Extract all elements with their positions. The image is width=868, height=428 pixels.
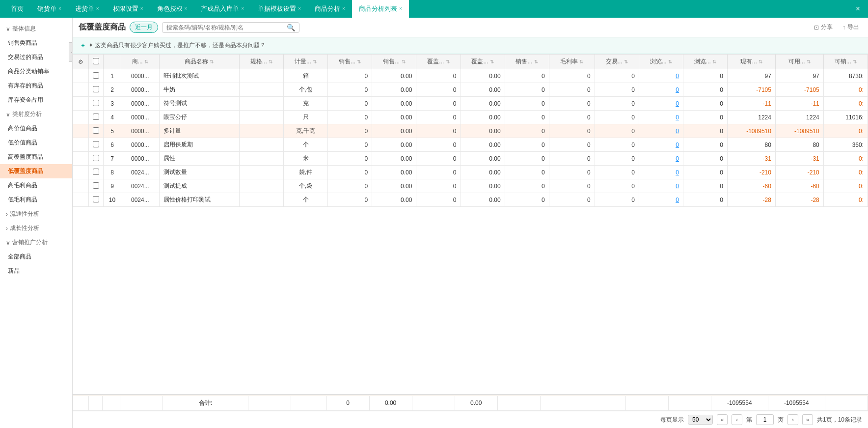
row-checkbox[interactable] <box>89 97 104 111</box>
sidebar-item-high-coverage[interactable]: 高覆盖度商品 <box>0 150 72 164</box>
row-settings <box>73 166 89 179</box>
close-icon[interactable]: × <box>399 0 402 18</box>
sidebar-item-high-value[interactable]: 高价值商品 <box>0 121 72 136</box>
col-browse2[interactable]: 浏览... ⇅ <box>683 55 727 69</box>
tab-product-analysis[interactable]: 商品分析 × <box>308 0 352 18</box>
col-browse1[interactable]: 浏览... ⇅ <box>639 55 683 69</box>
per-page-select[interactable]: 50 100 200 <box>688 415 713 425</box>
row-browse1[interactable]: 0 <box>639 111 683 124</box>
row-checkbox[interactable] <box>89 193 104 207</box>
row-checkbox[interactable] <box>89 111 104 124</box>
row-browse1[interactable]: 0 <box>639 83 683 97</box>
col-trade[interactable]: 交易... ⇅ <box>595 55 639 69</box>
close-icon[interactable]: × <box>342 0 345 18</box>
table-area: ⚙ 商... ⇅ 商品名称 ⇅ 规格... ⇅ 计量... ⇅ 销售... ⇅ … <box>73 54 868 394</box>
col-sellable[interactable]: 可销... ⇅ <box>823 55 868 69</box>
col-current[interactable]: 现有... ⇅ <box>728 55 776 69</box>
row-cover1: 0 <box>416 69 461 83</box>
row-checkbox[interactable] <box>89 138 104 152</box>
row-checkbox[interactable] <box>89 179 104 193</box>
sidebar-item-all-goods[interactable]: 全部商品 <box>0 250 72 264</box>
row-checkbox[interactable] <box>89 124 104 138</box>
footer-available: -1095554 <box>768 396 825 410</box>
sidebar-item-high-margin[interactable]: 高毛利商品 <box>0 178 72 193</box>
sidebar-section-overall[interactable]: ∨ 整体信息 <box>0 22 72 36</box>
tab-sales-order[interactable]: 销货单 × <box>30 0 68 18</box>
tab-purchase-order[interactable]: 进货单 × <box>68 0 106 18</box>
row-checkbox[interactable] <box>89 69 104 83</box>
sidebar-collapse-button[interactable]: « <box>69 42 73 62</box>
row-browse1[interactable]: 0 <box>639 193 683 207</box>
share-button[interactable]: ⊡ 分享 <box>811 22 836 32</box>
col-settings[interactable]: ⚙ <box>73 55 89 69</box>
sidebar-item-sales-goods[interactable]: 销售类商品 <box>0 36 72 50</box>
col-code[interactable]: 商... ⇅ <box>121 55 160 69</box>
tab-product-entry[interactable]: 产成品入库单 × <box>194 0 251 18</box>
sidebar-item-low-coverage[interactable]: 低覆盖度商品 <box>0 164 72 178</box>
export-button[interactable]: ↑ 导出 <box>840 22 862 32</box>
time-filter-button[interactable]: 近一月 <box>130 22 158 33</box>
select-all-checkbox[interactable] <box>93 58 99 64</box>
sidebar-item-in-stock[interactable]: 有库存的商品 <box>0 79 72 93</box>
window-close-button[interactable]: × <box>852 4 864 13</box>
row-sales2: 0 <box>505 166 549 179</box>
next-page-button[interactable]: › <box>787 414 798 425</box>
sidebar-item-traded-goods[interactable]: 交易过的商品 <box>0 50 72 64</box>
row-checkbox[interactable] <box>89 83 104 97</box>
sidebar-item-low-value[interactable]: 低价值商品 <box>0 136 72 150</box>
row-browse1[interactable]: 0 <box>639 69 683 83</box>
row-sales-amt: 0.00 <box>372 124 416 138</box>
page-label: 第 <box>746 416 752 424</box>
col-sales-amt[interactable]: 销售... ⇅ <box>372 55 416 69</box>
row-spec <box>239 124 283 138</box>
row-browse1[interactable]: 0 <box>639 138 683 152</box>
row-sales-qty: 0 <box>328 166 372 179</box>
col-gross[interactable]: 毛利率 ⇅ <box>549 55 595 69</box>
row-browse1[interactable]: 0 <box>639 166 683 179</box>
col-available[interactable]: 可用... ⇅ <box>775 55 823 69</box>
col-spec[interactable]: 规格... ⇅ <box>239 55 283 69</box>
sidebar-section-circulation[interactable]: › 流通性分析 <box>0 207 72 221</box>
row-sales-amt: 0.00 <box>372 193 416 207</box>
search-icon[interactable]: 🔍 <box>287 24 295 31</box>
first-page-button[interactable]: « <box>717 414 728 425</box>
close-icon[interactable]: × <box>58 0 61 18</box>
tab-product-analysis-list[interactable]: 商品分析列表 × <box>352 0 409 18</box>
col-cover2[interactable]: 覆盖... ⇅ <box>461 55 505 69</box>
sidebar-item-category-rate[interactable]: 商品分类动销率 <box>0 64 72 79</box>
close-icon[interactable]: × <box>298 0 301 18</box>
page-number-input[interactable] <box>756 414 774 425</box>
row-browse1[interactable]: 0 <box>639 97 683 111</box>
row-browse1[interactable]: 0 <box>639 152 683 166</box>
sidebar-item-stock-fund[interactable]: 库存资金占用 <box>0 93 72 107</box>
last-page-button[interactable]: » <box>802 414 813 425</box>
close-icon[interactable]: × <box>185 0 188 18</box>
row-browse1[interactable]: 0 <box>639 124 683 138</box>
row-browse1[interactable]: 0 <box>639 179 683 193</box>
col-sales-qty[interactable]: 销售... ⇅ <box>328 55 372 69</box>
search-input[interactable] <box>166 24 287 31</box>
tab-template[interactable]: 单据模板设置 × <box>251 0 308 18</box>
sidebar-section-coverage[interactable]: ∨ 类射度分析 <box>0 107 72 121</box>
col-unit[interactable]: 计量... ⇅ <box>284 55 328 69</box>
row-sellable: 0: <box>823 124 868 138</box>
sidebar-section-marketing[interactable]: ∨ 营销推广分析 <box>0 235 72 250</box>
sidebar-section-growth[interactable]: › 成长性分析 <box>0 221 72 235</box>
close-icon[interactable]: × <box>241 0 244 18</box>
tab-home[interactable]: 首页 <box>4 0 30 18</box>
col-sales2[interactable]: 销售... ⇅ <box>505 55 549 69</box>
row-cover2: 0.00 <box>461 193 505 207</box>
sidebar-item-low-margin[interactable]: 低毛利商品 <box>0 193 72 207</box>
row-checkbox[interactable] <box>89 152 104 166</box>
sidebar-item-new-goods[interactable]: 新品 <box>0 264 72 278</box>
tab-role-auth[interactable]: 角色授权 × <box>150 0 194 18</box>
row-cover2: 0.00 <box>461 69 505 83</box>
prev-page-button[interactable]: ‹ <box>732 414 742 425</box>
col-name[interactable]: 商品名称 ⇅ <box>159 55 239 69</box>
col-cover1[interactable]: 覆盖... ⇅ <box>416 55 461 69</box>
close-icon[interactable]: × <box>140 0 143 18</box>
tab-permission[interactable]: 权限设置 × <box>106 0 150 18</box>
close-icon[interactable]: × <box>96 0 99 18</box>
col-checkbox[interactable] <box>89 55 104 69</box>
row-checkbox[interactable] <box>89 166 104 179</box>
